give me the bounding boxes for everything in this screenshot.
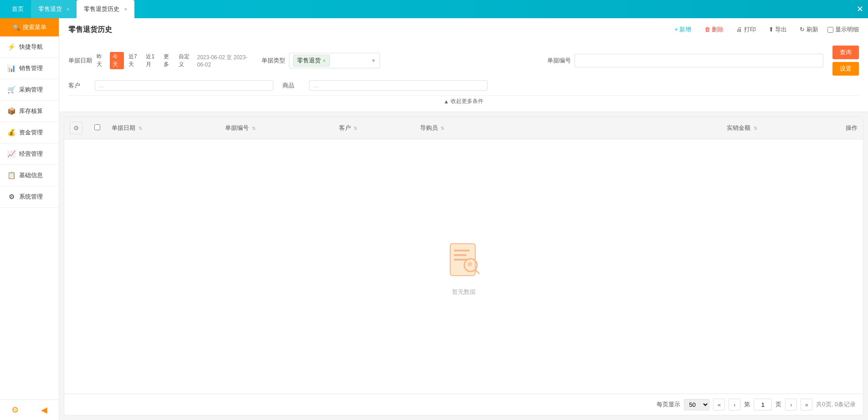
sort-number-icon[interactable]: ⇅ xyxy=(252,126,256,131)
pagination: 每页显示 10 20 50 100 « ‹ 第 页 › » 共0页, 0条记录 xyxy=(64,394,863,415)
sort-amount-icon[interactable]: ⇅ xyxy=(754,126,757,131)
collapse-button[interactable]: ▲ 收起更多条件 xyxy=(68,95,859,107)
page-size-select[interactable]: 10 20 50 100 xyxy=(684,399,709,410)
tab-retail-return-close[interactable]: × xyxy=(67,6,69,12)
number-filter: 单据编号 xyxy=(547,54,823,67)
add-button[interactable]: + 新增 xyxy=(671,24,695,36)
page-input[interactable] xyxy=(754,399,772,410)
page-prev-button[interactable]: ‹ xyxy=(729,399,740,410)
purchase-icon: 🛒 xyxy=(7,86,15,94)
sidebar-item-operations[interactable]: 📈 经营管理 xyxy=(0,143,59,165)
window-close-button[interactable]: ✕ xyxy=(857,4,863,14)
tab-home[interactable]: 首页 xyxy=(5,0,31,18)
sidebar-item-basic-info[interactable]: 📋 基础信息 xyxy=(0,165,59,186)
search-icon: 🔍 xyxy=(13,24,20,31)
page-title-bar: 零售退货历史 + 新增 🗑 删除 🖨 打印 ⬆ 导出 ↻ 刷新 显示明细 xyxy=(68,24,859,36)
sort-guide-icon[interactable]: ⇅ xyxy=(441,126,444,131)
date-option-more[interactable]: 更多 xyxy=(162,52,174,69)
date-label: 单据日期 xyxy=(68,56,91,65)
type-filter: 单据类型 零售退货 × ▼ xyxy=(262,53,538,68)
sidebar-item-purchase-mgmt[interactable]: 🛒 采购管理 xyxy=(0,79,59,101)
date-option-1month[interactable]: 近1月 xyxy=(144,52,159,69)
sidebar-item-label: 销售管理 xyxy=(19,64,43,72)
collapse-icon[interactable]: ◀ xyxy=(41,405,47,415)
settings-icon[interactable]: ⚙ xyxy=(11,405,19,415)
operations-icon: 📈 xyxy=(7,150,15,158)
type-tag-close[interactable]: × xyxy=(323,58,325,63)
action-buttons: 查询 设置 xyxy=(832,46,859,76)
date-option-7days[interactable]: 近7天 xyxy=(127,52,141,69)
sidebar-item-label: 基础信息 xyxy=(19,171,43,179)
inventory-icon: 📦 xyxy=(7,107,15,115)
page-title: 零售退货历史 xyxy=(68,25,112,35)
th-actions: 操作 xyxy=(763,117,863,139)
sidebar-item-label: 采购管理 xyxy=(19,86,43,94)
sidebar-item-label: 经营管理 xyxy=(19,150,43,158)
page-next-button[interactable]: › xyxy=(785,399,797,410)
sidebar-item-inventory[interactable]: 📦 库存核算 xyxy=(0,101,59,122)
print-button[interactable]: 🖨 打印 xyxy=(733,24,760,36)
customer-input[interactable]: ... xyxy=(95,80,273,91)
customer-filter: 客户 ... xyxy=(68,80,273,91)
sort-customer-icon[interactable]: ⇅ xyxy=(354,126,357,131)
svg-point-6 xyxy=(467,262,472,266)
empty-state: 暂无数据 xyxy=(64,139,863,394)
sidebar-item-finance[interactable]: 💰 资金管理 xyxy=(0,122,59,143)
sidebar-item-label: 资金管理 xyxy=(19,128,43,137)
data-table: ⚙ 单据日期 ⇅ 单据编号 ⇅ xyxy=(64,117,863,139)
query-button[interactable]: 查询 xyxy=(832,46,859,59)
goods-filter: 商品 ... xyxy=(282,80,488,91)
collapse-label: 收起更多条件 xyxy=(451,97,483,105)
date-option-custom[interactable]: 自定义 xyxy=(177,52,194,69)
tab-list: 首页 零售退货 × 零售退货历史 × xyxy=(5,0,857,18)
export-button[interactable]: ⬆ 导出 xyxy=(765,24,791,36)
show-details-input[interactable] xyxy=(827,27,833,33)
tab-retail-return-history[interactable]: 零售退货历史 × xyxy=(77,0,134,18)
number-label: 单据编号 xyxy=(547,56,571,65)
th-date: 单据日期 ⇅ xyxy=(106,117,220,139)
sidebar-item-label: 快捷导航 xyxy=(19,43,43,51)
svg-rect-2 xyxy=(454,254,467,256)
empty-icon xyxy=(441,237,487,282)
goods-input[interactable]: ... xyxy=(309,80,488,91)
delete-button[interactable]: 🗑 删除 xyxy=(701,24,728,36)
sidebar-item-quick-nav[interactable]: ⚡ 快捷导航 xyxy=(0,36,59,58)
sidebar-item-sales-mgmt[interactable]: 📊 销售管理 xyxy=(0,58,59,79)
page-label-after: 页 xyxy=(776,400,781,409)
filter-area: 单据日期 昨天 今天 近7天 近1月 更多 自定义 2023-06-02 至 2… xyxy=(68,41,859,112)
table-settings-icon[interactable]: ⚙ xyxy=(70,122,82,134)
content-area: 零售退货历史 + 新增 🗑 删除 🖨 打印 ⬆ 导出 ↻ 刷新 显示明细 xyxy=(59,18,868,420)
page-total: 共0页, 0条记录 xyxy=(816,400,856,409)
refresh-button[interactable]: ↻ 刷新 xyxy=(796,24,822,36)
date-filter: 单据日期 昨天 今天 近7天 近1月 更多 自定义 2023-06-02 至 2… xyxy=(68,52,252,69)
goods-placeholder: ... xyxy=(313,82,483,89)
toolbar: + 新增 🗑 删除 🖨 打印 ⬆ 导出 ↻ 刷新 显示明细 xyxy=(671,24,859,36)
basic-info-icon: 📋 xyxy=(7,171,15,179)
chevron-up-icon: ▲ xyxy=(444,98,449,105)
svg-line-5 xyxy=(475,270,479,273)
th-customer: 客户 ⇅ xyxy=(334,117,415,139)
number-input[interactable] xyxy=(575,54,823,67)
page-last-button[interactable]: » xyxy=(801,399,812,410)
select-all-checkbox[interactable] xyxy=(94,124,100,130)
sidebar-search-label: 搜索菜单 xyxy=(23,23,46,31)
th-guide: 导购员 ⇅ xyxy=(415,117,512,139)
customer-label: 客户 xyxy=(68,82,91,90)
sidebar-item-system[interactable]: ⚙ 系统管理 xyxy=(0,186,59,208)
date-option-today[interactable]: 今天 xyxy=(110,52,124,69)
sales-icon: 📊 xyxy=(7,64,15,72)
date-option-yesterday[interactable]: 昨天 xyxy=(95,52,107,69)
type-tag: 零售退货 × xyxy=(293,55,329,67)
main-layout: 🔍 搜索菜单 ⚡ 快捷导航 📊 销售管理 🛒 采购管理 📦 库存核算 💰 xyxy=(0,18,868,420)
tab-retail-return[interactable]: 零售退货 × xyxy=(31,0,77,18)
tab-retail-return-history-close[interactable]: × xyxy=(124,6,127,12)
settings-button[interactable]: 设置 xyxy=(832,62,859,76)
date-range: 2023-06-02 至 2023-06-02 xyxy=(197,54,252,68)
type-select[interactable]: 零售退货 × ▼ xyxy=(289,53,380,68)
page-size-label: 每页显示 xyxy=(657,400,680,409)
sidebar-search[interactable]: 🔍 搜索菜单 xyxy=(0,18,59,36)
sort-date-icon[interactable]: ⇅ xyxy=(139,126,142,131)
table-header-row: ⚙ 单据日期 ⇅ 单据编号 ⇅ xyxy=(64,117,863,139)
page-first-button[interactable]: « xyxy=(713,399,725,410)
show-details-checkbox[interactable]: 显示明细 xyxy=(827,26,859,34)
